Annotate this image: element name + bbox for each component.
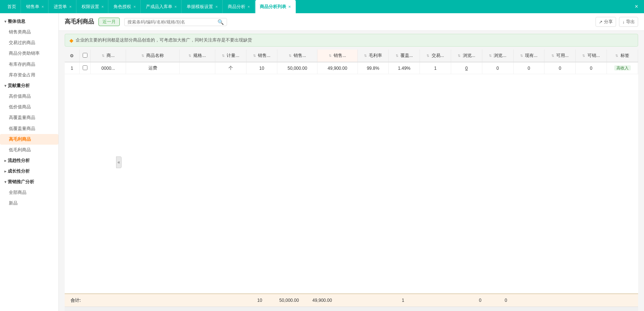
bottom-scrollbar[interactable] xyxy=(65,307,638,311)
row-name[interactable]: 运费 xyxy=(126,62,179,74)
sidebar-group-marketing[interactable]: ▾ 营销推广分析 xyxy=(0,177,58,187)
search-icon[interactable]: 🔍 xyxy=(217,19,224,25)
col-header-browse2[interactable]: ⇅ 浏览... xyxy=(482,50,513,62)
sidebar-group-overall[interactable]: ▾ 整体信息 xyxy=(0,16,58,27)
sort-icon: ⇅ xyxy=(364,54,367,58)
nav-home[interactable]: 首页 xyxy=(3,0,21,13)
footer-label: 合计: xyxy=(71,297,93,304)
footer-cell-stock1: 0 xyxy=(467,298,493,303)
sidebar-item-all-goods[interactable]: 全部商品 xyxy=(0,187,58,198)
arrow-down-icon: ▾ xyxy=(4,180,6,184)
sidebar-item-traded-goods[interactable]: 交易过的商品 xyxy=(0,37,58,48)
nav-close-icon[interactable]: × xyxy=(175,4,177,9)
sidebar-item-stock-capital[interactable]: 库存资金占用 xyxy=(0,70,58,80)
footer-cell-stock3 xyxy=(519,298,544,303)
col-header-coverage[interactable]: ⇅ 覆盖... xyxy=(389,50,420,62)
col-header-sales-cost[interactable]: ⇅ 销售... xyxy=(317,50,357,62)
sidebar-collapse-button[interactable]: « xyxy=(116,156,122,168)
sort-icon: ⇅ xyxy=(489,54,492,58)
row-unit: 个 xyxy=(215,62,246,74)
footer-cell-browse1 xyxy=(416,298,442,303)
nav-close-icon[interactable]: × xyxy=(101,4,104,9)
nav-permission-settings[interactable]: 权限设置 × xyxy=(77,0,108,13)
row-code[interactable]: 0000... xyxy=(90,62,126,74)
row-transaction: 1 xyxy=(420,62,451,74)
sidebar-group-growth[interactable]: ▸ 成长性分析 xyxy=(0,166,58,177)
col-header-transaction[interactable]: ⇅ 交易... xyxy=(420,50,451,62)
col-header-stock2[interactable]: ⇅ 可用... xyxy=(544,50,576,62)
nav-close-icon[interactable]: × xyxy=(248,4,250,9)
row-sales-cost: 49,900.00 xyxy=(317,62,357,74)
col-header-spec[interactable]: ⇅ 规格... xyxy=(179,50,215,62)
nav-product-analysis[interactable]: 商品分析 × xyxy=(223,0,255,13)
select-all-checkbox[interactable] xyxy=(83,53,87,58)
footer-cell-stock2: 0 xyxy=(493,298,519,303)
sort-icon: ⇅ xyxy=(582,54,585,58)
sidebar-item-high-gross[interactable]: 高毛利商品 xyxy=(0,134,58,145)
sidebar-item-sales-goods[interactable]: 销售类商品 xyxy=(0,27,58,37)
col-header-tag[interactable]: ⇅ 标签 xyxy=(607,50,638,62)
settings-col-icon[interactable]: ⚙ xyxy=(70,53,74,58)
sidebar-item-low-coverage[interactable]: 低覆盖量商品 xyxy=(0,123,58,134)
footer-cell-gross xyxy=(339,298,364,303)
nav-template-settings[interactable]: 单据模板设置 × xyxy=(182,0,222,13)
share-button[interactable]: ↗ 分享 xyxy=(596,17,616,27)
col-header-sales-qty[interactable]: ⇅ 销售... xyxy=(246,50,277,62)
export-button[interactable]: ↓ 导出 xyxy=(619,17,638,27)
nav-close-icon[interactable]: × xyxy=(42,4,44,9)
nav-close-icon[interactable]: × xyxy=(69,4,71,9)
col-header-code[interactable]: ⇅ 商... xyxy=(90,50,126,62)
sidebar-item-high-coverage[interactable]: 高覆盖量商品 xyxy=(0,112,58,123)
footer-cell-check xyxy=(107,298,118,303)
nav-close-icon[interactable]: × xyxy=(215,4,217,9)
info-banner: ◆ 企业的主要的利润都是这部分商品创造的，可考虑加大推广，同时关注库存是不要出现… xyxy=(65,34,638,47)
nav-role-auth[interactable]: 角色授权 × xyxy=(109,0,140,13)
sidebar-item-in-stock[interactable]: 有库存的商品 xyxy=(0,59,58,70)
row-checkbox-cell[interactable] xyxy=(79,62,90,74)
col-header-stock1[interactable]: ⇅ 现有... xyxy=(513,50,544,62)
col-header-check[interactable] xyxy=(79,50,90,62)
sidebar-group-trend-label: 流趋性分析 xyxy=(8,158,30,164)
sidebar-group-marketing-label: 营销推广分析 xyxy=(8,179,34,185)
sidebar-item-low-value[interactable]: 低价值商品 xyxy=(0,102,58,112)
nav-close-icon[interactable]: × xyxy=(133,4,136,9)
nav-product-analysis-list[interactable]: 商品分析列表 × xyxy=(255,0,295,13)
arrow-right-icon: ▸ xyxy=(4,169,6,173)
filter-month-button[interactable]: 近一月 xyxy=(98,18,120,26)
footer-total: 合计: 10 50,000.00 49,900.00 1 0 xyxy=(65,293,638,307)
row-spec xyxy=(179,62,215,74)
col-header-num[interactable]: ⚙ xyxy=(65,50,79,62)
nav-sales-order[interactable]: 销售单 × xyxy=(22,0,48,13)
row-stock3: 0 xyxy=(576,62,607,74)
row-browse1[interactable]: 0 xyxy=(451,62,482,74)
info-icon: ◆ xyxy=(69,37,73,43)
col-header-browse1[interactable]: ⇅ 浏览... xyxy=(451,50,482,62)
sidebar-item-new-goods[interactable]: 新品 xyxy=(0,198,58,209)
row-checkbox[interactable] xyxy=(83,65,87,70)
nav-purchase-order[interactable]: 进货单 × xyxy=(49,0,76,13)
footer-cell-code xyxy=(118,298,148,303)
row-sales-amt: 50,000.00 xyxy=(277,62,317,74)
sidebar-group-trend[interactable]: ▸ 流趋性分析 xyxy=(0,155,58,166)
search-input[interactable] xyxy=(127,19,216,25)
sidebar-item-category-rate[interactable]: 商品分类助销率 xyxy=(0,48,58,59)
footer-cell-num xyxy=(93,298,107,303)
col-header-sales-amt[interactable]: ⇅ 销售... xyxy=(277,50,317,62)
sidebar-group-contribution[interactable]: ▾ 贡献量分析 xyxy=(0,80,58,91)
row-tag: 高收入 xyxy=(607,62,638,74)
sidebar-item-low-gross[interactable]: 低毛利商品 xyxy=(0,145,58,155)
table-wrapper: ⚙ ⇅ 商... ⇅ 商品名称 xyxy=(65,50,638,293)
sort-icon: ⇅ xyxy=(253,54,256,58)
sidebar-item-high-value[interactable]: 高价值商品 xyxy=(0,91,58,102)
col-header-name[interactable]: ⇅ 商品名称 xyxy=(126,50,179,62)
nav-product-instock[interactable]: 产成品入库单 × xyxy=(141,0,181,13)
nav-close-icon[interactable]: × xyxy=(288,4,291,9)
col-header-unit[interactable]: ⇅ 计量... xyxy=(215,50,246,62)
footer-cell-qty: 10 xyxy=(247,298,273,303)
share-icon: ↗ xyxy=(599,19,602,25)
col-header-gross-rate[interactable]: ⇅ 毛利率 xyxy=(357,50,389,62)
sort-icon: ⇅ xyxy=(551,54,554,58)
nav-close-all-button[interactable]: × xyxy=(632,3,641,10)
sort-icon: ⇅ xyxy=(329,54,332,58)
col-header-stock3[interactable]: ⇅ 可销... xyxy=(576,50,607,62)
